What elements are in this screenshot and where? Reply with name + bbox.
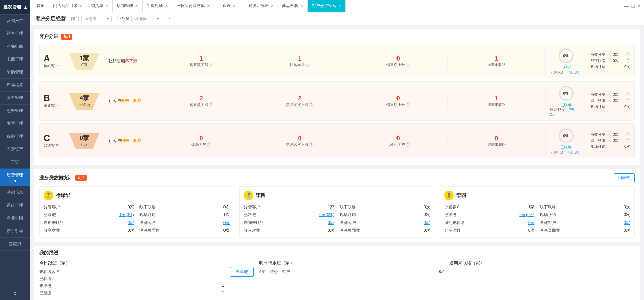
- list-view-button[interactable]: 列表式: [614, 173, 635, 182]
- sidebar-top[interactable]: 批发管理 ▲: [0, 0, 30, 15]
- tab-sales[interactable]: 销货单 ✕: [87, 0, 113, 12]
- staff-li4-1-val-4[interactable]: 0家: [328, 220, 334, 226]
- sidebar-item-qiye[interactable]: 企业协同: [0, 212, 30, 225]
- tab-store-label: 店铺管理: [117, 3, 133, 9]
- info-icon-br1[interactable]: ?: [626, 98, 630, 102]
- staff-li4-2-stats: 分管客户 1家 线下联络 0次 已跟进 0家(0%) 现场拜访: [444, 204, 630, 233]
- tab-store-close[interactable]: ✕: [135, 4, 138, 8]
- staff-xu-val-5[interactable]: 0家: [223, 220, 230, 226]
- sidebar-label-caigou: 采购管理: [1, 69, 28, 75]
- tier-c-right-1: 线下联络 0次 ?: [591, 138, 630, 143]
- tier-b-stat-3-count: 1: [450, 95, 543, 102]
- tier-b-right-stats: 有效分享 0次 ? 线下联络 0次 ? 现场拜访 0次: [586, 92, 630, 110]
- staff-li4-1-val-5[interactable]: 0家: [424, 220, 430, 226]
- staff-filter-select[interactable]: 请选择: [131, 15, 162, 22]
- info-icon-c2[interactable]: ?: [406, 142, 410, 147]
- info-icon-b1[interactable]: ?: [309, 102, 314, 107]
- sidebar-item-zijin[interactable]: 资金管理: [0, 92, 30, 105]
- settings-icon[interactable]: ⚙: [0, 287, 30, 300]
- tab-product-close[interactable]: ✕: [80, 4, 83, 8]
- sidebar-item-gudingzichan[interactable]: 固定资产: [0, 143, 30, 156]
- sidebar-item-yingxiao[interactable]: 营销推广: [0, 15, 30, 27]
- sidebar-item-caigou[interactable]: 采购管理: [0, 66, 30, 79]
- tab-customer[interactable]: 客户分层经营 ✕: [308, 0, 346, 12]
- tab-payroll[interactable]: 工资表 ✕: [214, 0, 240, 12]
- tab-payroll-close[interactable]: ✕: [233, 4, 236, 8]
- sidebar-item-xitong[interactable]: 系统管理: [0, 199, 30, 212]
- info-icon-br0[interactable]: ?: [626, 92, 630, 96]
- tier-b-letter: B: [44, 94, 64, 102]
- tier-a-stat-0-count: 1: [155, 55, 248, 62]
- sidebar-item-jingying[interactable]: 经营管理 ◀: [0, 169, 30, 186]
- tab-payroll-stat[interactable]: 工资统计报表 ✕: [240, 0, 278, 12]
- sidebar-label-gongzi: 工资: [1, 159, 28, 165]
- more-filters-icon[interactable]: ···: [167, 16, 172, 22]
- tier-a-right-0: 有效分享 0次 ?: [591, 52, 630, 57]
- info-icon-a2[interactable]: ?: [406, 63, 410, 67]
- sidebar-item-kucun[interactable]: 库存核算: [0, 79, 30, 92]
- sidebar-item-xiaodian[interactable]: 小畅电商: [0, 40, 30, 53]
- staff-li4-2-val-2[interactable]: 0家(0%): [519, 212, 534, 218]
- info-icon-c1[interactable]: ?: [309, 142, 314, 147]
- tab-voucher-close[interactable]: ✕: [165, 4, 168, 8]
- customer-tier-section: 客户分层 九月 A 核心客户 1家 0万: [34, 29, 640, 165]
- info-icon-cr0[interactable]: ?: [626, 132, 630, 136]
- tier-row-b: B 重要客户 4家 0.53万 让客户多来、多买: [39, 81, 635, 121]
- info-icon-cr1[interactable]: ?: [626, 138, 630, 142]
- tier-a-count: 1家: [80, 54, 89, 62]
- staff-xu-val-2[interactable]: 1家(0%): [119, 212, 134, 218]
- tab-store[interactable]: 店铺管理 ✕: [113, 0, 143, 12]
- info-icon-a0[interactable]: ?: [209, 63, 213, 67]
- tab-ar[interactable]: 应收应付调整单 ✕: [172, 0, 214, 12]
- staff-li4-1-val-1: 0次: [424, 204, 430, 210]
- tab-voucher[interactable]: 生成凭证 ✕: [143, 0, 172, 12]
- staff-li4-1-val-2[interactable]: 0家(0%): [319, 212, 334, 218]
- sidebar-item-gongzi[interactable]: 工资: [0, 156, 30, 169]
- info-icon-b2[interactable]: ?: [406, 102, 410, 107]
- tab-sales-close[interactable]: ✕: [105, 4, 108, 8]
- staff-title-text: 业务员数据统计: [39, 175, 72, 181]
- tier-a-stat-2-count: 0: [352, 55, 445, 62]
- sidebar-item-jichu[interactable]: 基础信息: [0, 186, 30, 199]
- tab-product-label: 门店商品目录: [53, 3, 78, 9]
- staff-li4-2-val-5[interactable]: 0家: [624, 220, 630, 226]
- info-icon-c0[interactable]: ?: [207, 142, 211, 147]
- tab-goods-close[interactable]: ✕: [300, 4, 303, 8]
- staff-li4-2-val-4[interactable]: 0家: [528, 220, 535, 226]
- tab-customer-close[interactable]: ✕: [338, 4, 341, 8]
- info-icon-ar1[interactable]: ?: [626, 58, 630, 63]
- tab-close-all-icon[interactable]: ✕: [637, 3, 641, 9]
- staff-xu-val-4[interactable]: 0家: [128, 220, 134, 226]
- info-icon-ar0[interactable]: ?: [626, 52, 630, 56]
- sidebar-item-xinshou[interactable]: 新手引导: [0, 225, 30, 238]
- staff-li4-1-val-3: 0次: [424, 212, 430, 218]
- sidebar-item-yunyingyong[interactable]: 云应用: [0, 238, 30, 251]
- staff-li4-1-stat-4: 逾期未联络 0家: [244, 220, 334, 226]
- tier-a-letter: A: [44, 54, 64, 63]
- staff-li4-1-val-7: 0次: [424, 228, 430, 233]
- tab-ar-close[interactable]: ✕: [207, 4, 210, 8]
- info-icon-a1[interactable]: ?: [305, 63, 310, 67]
- tab-goods[interactable]: 商品分析 ✕: [278, 0, 308, 12]
- tab-maximize-icon[interactable]: □: [632, 3, 635, 9]
- tab-minimize-icon[interactable]: —: [624, 3, 629, 9]
- sidebar-item-fapiao[interactable]: 发票管理: [0, 117, 30, 130]
- tier-c-plan-text: 计划 0次 （0天/次）: [551, 150, 581, 155]
- staff-filter-label: 业务员: [117, 16, 129, 22]
- tier-c-stat-2: 0 已激活客户 ?: [349, 134, 447, 148]
- sidebar-item-shuiwu[interactable]: 税务管理: [0, 130, 30, 143]
- go-followup-button[interactable]: 去跟进: [230, 267, 254, 277]
- tab-product[interactable]: 门店商品目录 ✕: [49, 0, 87, 12]
- dept-filter-select[interactable]: 请选择: [81, 15, 112, 22]
- sidebar-item-dianshang[interactable]: 电商管理: [0, 53, 30, 66]
- followup-title: 我的跟进: [39, 250, 635, 256]
- tab-payroll-stat-close[interactable]: ✕: [271, 4, 274, 8]
- staff-xu-stat-6: 分享次数 0次: [44, 228, 134, 233]
- tab-home[interactable]: 首页: [33, 0, 49, 12]
- tier-a-name: 核心客户: [44, 63, 64, 68]
- sidebar-item-xiaoshou[interactable]: 销售管理: [0, 27, 30, 40]
- followup-overdue-col: 逾期未联络（家）: [449, 260, 635, 269]
- info-icon-b0[interactable]: ?: [209, 102, 213, 107]
- sidebar-item-zhangkuai[interactable]: 总账管理: [0, 105, 30, 117]
- tier-b-contact: 0% 已联络 计划 17次 （7天/次）: [545, 85, 586, 117]
